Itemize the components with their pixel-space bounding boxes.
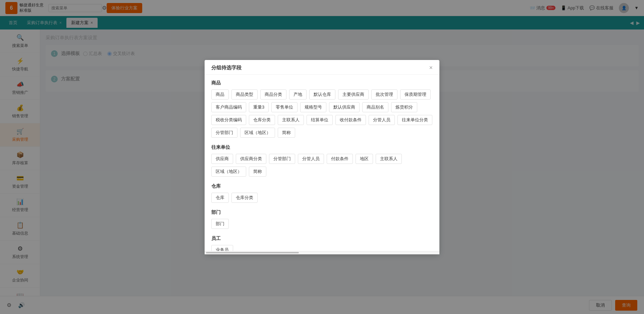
section-warehouse: 仓库 仓库 仓库分类 (211, 183, 433, 203)
field-tag[interactable]: 默认供应商 (329, 102, 360, 112)
field-tag[interactable]: 默认仓库 (309, 89, 335, 100)
section-department: 部门 部门 (211, 209, 433, 229)
field-tag[interactable]: 区域（地区） (240, 128, 275, 138)
field-tag[interactable]: 分管人员 (369, 115, 395, 125)
modal-horizontal-scrollbar[interactable] (205, 251, 439, 254)
field-tag[interactable]: 产地 (289, 89, 307, 100)
field-tag[interactable]: 付款条件 (327, 154, 353, 164)
field-tag[interactable]: 供应商 (211, 154, 233, 164)
field-selection-modal: 分组待选字段 × 商品 商品 商品类型 商品分类 产地 默认仓库 主要供应商 批… (205, 60, 439, 254)
section-department-title: 部门 (211, 209, 433, 215)
field-tag[interactable]: 部门 (211, 219, 229, 229)
field-tag[interactable]: 主联系人 (376, 154, 402, 164)
section-goods-tags: 商品 商品类型 商品分类 产地 默认仓库 主要供应商 批次管理 保质期管理 客户… (211, 89, 433, 138)
section-employee-tags: 业务员 (211, 245, 433, 251)
section-goods: 商品 商品 商品类型 商品分类 产地 默认仓库 主要供应商 批次管理 保质期管理… (211, 80, 433, 138)
field-tag[interactable]: 重量3 (249, 102, 269, 112)
modal-title: 分组待选字段 (211, 65, 241, 71)
field-tag[interactable]: 批次管理 (371, 89, 397, 100)
field-tag[interactable]: 税收分类编码 (211, 115, 246, 125)
field-tag[interactable]: 收付款条件 (335, 115, 366, 125)
section-goods-title: 商品 (211, 80, 433, 86)
field-tag[interactable]: 业务员 (211, 245, 233, 251)
field-tag[interactable]: 分管人员 (298, 154, 324, 164)
field-tag[interactable]: 分管部门 (211, 128, 237, 138)
field-tag[interactable]: 仓库 (211, 193, 229, 203)
field-tag[interactable]: 商品类型 (231, 89, 258, 100)
field-tag[interactable]: 仓库分类 (231, 193, 258, 203)
section-warehouse-tags: 仓库 仓库分类 (211, 193, 433, 203)
field-tag[interactable]: 客户商品编码 (211, 102, 246, 112)
section-warehouse-title: 仓库 (211, 183, 433, 189)
field-tag[interactable]: 主要供应商 (338, 89, 369, 100)
field-tag[interactable]: 商品 (211, 89, 229, 100)
field-tag[interactable]: 炼货积分 (391, 102, 417, 112)
field-tag[interactable]: 往来单位分类 (397, 115, 432, 125)
section-department-tags: 部门 (211, 219, 433, 229)
field-tag[interactable]: 地区 (356, 154, 373, 164)
field-tag[interactable]: 仓库分类 (249, 115, 275, 125)
section-employee: 员工 业务员 (211, 236, 433, 251)
field-tag[interactable]: 简称 (278, 128, 295, 138)
modal-overlay: 分组待选字段 × 商品 商品 商品类型 商品分类 产地 默认仓库 主要供应商 批… (0, 0, 644, 314)
field-tag[interactable]: 商品分类 (260, 89, 286, 100)
field-tag[interactable]: 保质期管理 (400, 89, 431, 100)
modal-body: 商品 商品 商品类型 商品分类 产地 默认仓库 主要供应商 批次管理 保质期管理… (205, 75, 439, 251)
field-tag[interactable]: 商品别名 (362, 102, 388, 112)
field-tag[interactable]: 分管部门 (269, 154, 295, 164)
section-employee-title: 员工 (211, 236, 433, 242)
section-partner-tags: 供应商 供应商分类 分管部门 分管人员 付款条件 地区 主联系人 区域（地区） … (211, 154, 433, 177)
field-tag[interactable]: 区域（地区） (211, 167, 246, 177)
field-tag[interactable]: 零售单位 (271, 102, 298, 112)
field-tag[interactable]: 规格型号 (300, 102, 326, 112)
section-partner: 往来单位 供应商 供应商分类 分管部门 分管人员 付款条件 地区 主联系人 区域… (211, 144, 433, 177)
modal-close-button[interactable]: × (429, 65, 433, 71)
modal-header: 分组待选字段 × (205, 60, 439, 75)
field-tag[interactable]: 主联系人 (278, 115, 304, 125)
field-tag[interactable]: 供应商分类 (236, 154, 266, 164)
field-tag[interactable]: 结算单位 (307, 115, 333, 125)
section-partner-title: 往来单位 (211, 144, 433, 150)
field-tag[interactable]: 简称 (249, 167, 266, 177)
